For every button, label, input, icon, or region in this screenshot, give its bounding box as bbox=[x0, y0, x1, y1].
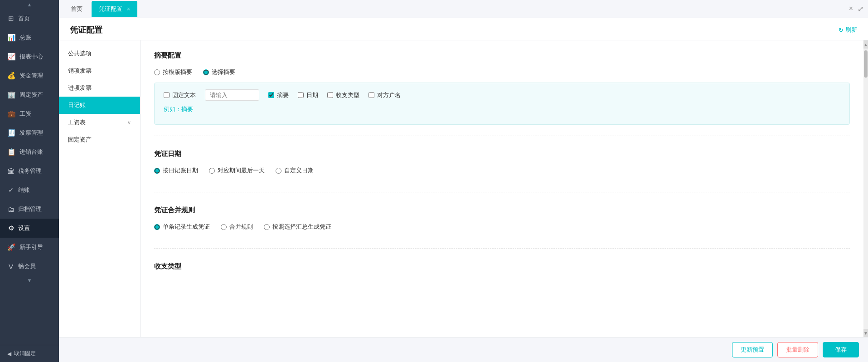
checkbox-date-input[interactable] bbox=[298, 92, 304, 98]
date-radio-custom[interactable]: 自定义日期 bbox=[276, 166, 314, 175]
sidebar-item-tax[interactable]: 🏛 税务管理 bbox=[0, 161, 59, 181]
section-income-expense: 收支类型 bbox=[154, 262, 850, 290]
sidebar-item-purchase[interactable]: 📋 进销台账 bbox=[0, 142, 59, 161]
summary-radio-template-input[interactable] bbox=[154, 69, 160, 75]
sidebar-item-assets[interactable]: 🏢 固定资产 bbox=[0, 85, 59, 104]
merge-radio-single[interactable]: 单条记录生成凭证 bbox=[154, 223, 210, 231]
scroll-up-button[interactable]: ▲ bbox=[863, 40, 868, 49]
left-nav-journal-label: 日记账 bbox=[68, 101, 86, 109]
checkbox-fixed-text[interactable]: 固定文本 bbox=[164, 91, 196, 99]
purchase-icon: 📋 bbox=[7, 148, 16, 156]
sidebar-item-vip[interactable]: V 畅会员 bbox=[0, 257, 59, 276]
tab-voucher-config[interactable]: 凭证配置 × bbox=[92, 1, 137, 17]
date-radio-last-day[interactable]: 对应期间最后一天 bbox=[209, 166, 265, 175]
left-nav-purchase-invoice[interactable]: 进项发票 bbox=[59, 79, 140, 97]
merge-radio-merge-label: 合并规则 bbox=[229, 223, 253, 231]
tab-home-label: 首页 bbox=[71, 5, 82, 13]
sidebar-item-close-account[interactable]: ✓ 结账 bbox=[0, 181, 59, 200]
left-nav-journal[interactable]: 日记账 bbox=[59, 97, 140, 114]
date-radio-journal-label: 按日记账日期 bbox=[163, 166, 198, 175]
date-radio-last-day-input[interactable] bbox=[209, 168, 215, 174]
section-merge-title: 凭证合并规则 bbox=[154, 206, 850, 215]
assets-icon: 🏢 bbox=[7, 91, 16, 99]
batch-delete-button[interactable]: 批量删除 bbox=[777, 342, 818, 357]
checkbox-counterpart-input[interactable] bbox=[369, 92, 374, 98]
archive-icon: 🗂 bbox=[7, 205, 15, 213]
sidebar-label-guide: 新手引导 bbox=[19, 243, 43, 251]
sidebar-item-payroll[interactable]: 💼 工资 bbox=[0, 104, 59, 123]
section-merge: 凭证合并规则 单条记录生成凭证 合并规则 按照选择汇总生成凭证 bbox=[154, 206, 850, 249]
sidebar-item-reports[interactable]: 📈 报表中心 bbox=[0, 47, 59, 66]
merge-radio-merge-input[interactable] bbox=[221, 224, 227, 230]
merge-radio-summary-label: 按照选择汇总生成凭证 bbox=[272, 223, 331, 231]
sidebar-unpin-button[interactable]: ◀ 取消固定 bbox=[0, 345, 59, 362]
sidebar-label-close-account: 结账 bbox=[18, 186, 30, 194]
scroll-thumb[interactable] bbox=[864, 50, 868, 78]
summary-radio-group: 按模版摘要 选择摘要 bbox=[154, 68, 850, 76]
sidebar-label-tax: 税务管理 bbox=[18, 167, 42, 175]
maximize-window-icon[interactable]: ⤢ bbox=[858, 5, 863, 13]
sidebar-item-ledger[interactable]: 📊 总账 bbox=[0, 28, 59, 47]
tab-close-icon[interactable]: × bbox=[127, 6, 130, 12]
sidebar-item-home[interactable]: ⊞ 首页 bbox=[0, 9, 59, 28]
update-preview-button[interactable]: 更新预置 bbox=[732, 342, 773, 357]
date-radio-journal[interactable]: 按日记账日期 bbox=[154, 166, 198, 175]
checkbox-summary[interactable]: 摘要 bbox=[268, 91, 289, 99]
sidebar-item-settings[interactable]: ⚙ 设置 bbox=[0, 219, 59, 238]
merge-radio-summary[interactable]: 按照选择汇总生成凭证 bbox=[264, 223, 331, 231]
summary-radio-select-label: 选择摘要 bbox=[212, 68, 235, 76]
example-value: 摘要 bbox=[181, 106, 193, 113]
checkbox-summary-input[interactable] bbox=[268, 92, 274, 98]
checkbox-income-type-input[interactable] bbox=[327, 92, 333, 98]
scroll-down-button[interactable]: ▼ bbox=[863, 329, 868, 337]
date-radio-custom-label: 自定义日期 bbox=[284, 166, 314, 175]
date-radio-journal-input[interactable] bbox=[154, 168, 160, 174]
left-nav-sales-invoice[interactable]: 销项发票 bbox=[59, 62, 140, 79]
page-header: 凭证配置 ↻ 刷新 bbox=[59, 18, 868, 40]
summary-radio-template[interactable]: 按模版摘要 bbox=[154, 68, 192, 76]
left-nav-public[interactable]: 公共选项 bbox=[59, 45, 140, 62]
section-summary-title: 摘要配置 bbox=[154, 51, 850, 60]
section-date-title: 凭证日期 bbox=[154, 150, 850, 158]
content-area: 公共选项 销项发票 进项发票 日记账 工资表 ∨ 固定资产 摘要配置 bbox=[59, 40, 868, 337]
fixed-text-input[interactable] bbox=[205, 89, 259, 101]
checkbox-fixed-text-input[interactable] bbox=[164, 92, 170, 98]
sidebar-label-vip: 畅会员 bbox=[18, 262, 36, 270]
summary-radio-select-input[interactable] bbox=[203, 69, 209, 75]
merge-radio-group: 单条记录生成凭证 合并规则 按照选择汇总生成凭证 bbox=[154, 223, 850, 231]
date-radio-custom-input[interactable] bbox=[276, 168, 281, 174]
chevron-down-icon: ∨ bbox=[127, 120, 131, 126]
unpin-icon: ◀ bbox=[7, 351, 11, 357]
left-nav-payroll-table[interactable]: 工资表 ∨ bbox=[59, 114, 140, 131]
checkbox-date[interactable]: 日期 bbox=[298, 91, 318, 99]
checkbox-income-type[interactable]: 收支类型 bbox=[327, 91, 359, 99]
left-nav-public-label: 公共选项 bbox=[68, 49, 92, 58]
sidebar-scroll-down[interactable]: ▼ bbox=[0, 276, 59, 285]
sidebar-item-invoice[interactable]: 🧾 发票管理 bbox=[0, 123, 59, 142]
ledger-icon: 📊 bbox=[7, 34, 16, 42]
sidebar-item-funds[interactable]: 💰 资金管理 bbox=[0, 66, 59, 85]
checkbox-counterpart[interactable]: 对方户名 bbox=[369, 91, 401, 99]
checkbox-counterpart-label: 对方户名 bbox=[377, 91, 401, 99]
sidebar-label-purchase: 进销台账 bbox=[19, 148, 43, 156]
outer-scrollbar[interactable]: ▲ ▼ bbox=[863, 40, 868, 337]
window-controls: × ⤢ bbox=[849, 5, 863, 13]
sidebar-scroll-up[interactable]: ▲ bbox=[0, 0, 59, 9]
save-button[interactable]: 保存 bbox=[823, 342, 859, 357]
merge-radio-merge[interactable]: 合并规则 bbox=[221, 223, 253, 231]
sidebar-label-settings: 设置 bbox=[18, 224, 30, 232]
summary-radio-select[interactable]: 选择摘要 bbox=[203, 68, 235, 76]
left-nav-fixed-assets[interactable]: 固定资产 bbox=[59, 131, 140, 148]
checkbox-fixed-text-label: 固定文本 bbox=[172, 91, 196, 99]
merge-radio-summary-input[interactable] bbox=[264, 224, 270, 230]
close-window-icon[interactable]: × bbox=[849, 5, 853, 13]
home-icon: ⊞ bbox=[7, 15, 15, 23]
sidebar-item-guide[interactable]: 🚀 新手引导 bbox=[0, 238, 59, 257]
sidebar-item-archive[interactable]: 🗂 归档管理 bbox=[0, 200, 59, 219]
funds-icon: 💰 bbox=[7, 72, 16, 80]
sidebar-label-assets: 固定资产 bbox=[19, 91, 43, 99]
refresh-button[interactable]: ↻ 刷新 bbox=[839, 26, 857, 34]
tab-home[interactable]: 首页 bbox=[63, 1, 90, 17]
merge-radio-single-input[interactable] bbox=[154, 224, 160, 230]
section-income-expense-title: 收支类型 bbox=[154, 262, 850, 271]
